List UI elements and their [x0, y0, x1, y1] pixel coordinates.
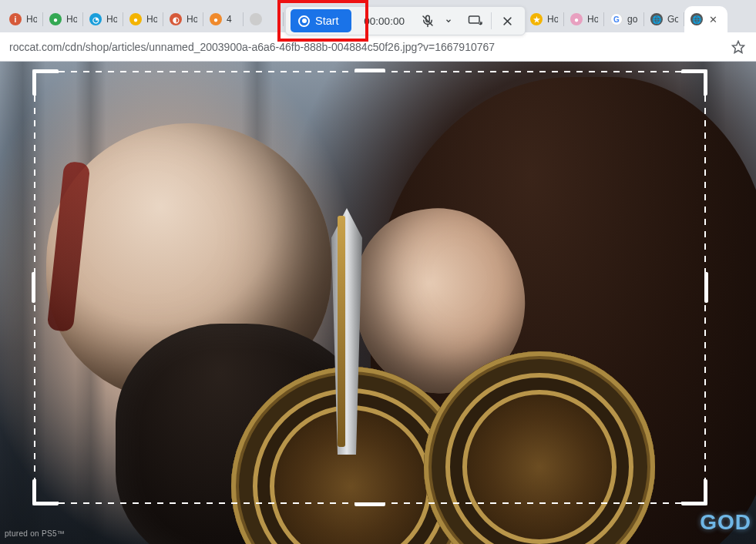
url-text[interactable]: roccat.com/cdn/shop/articles/unnamed_200…: [9, 41, 724, 53]
favicon-icon: ◐: [170, 13, 182, 25]
game-logo-text: GOD: [700, 510, 751, 535]
browser-tab-4[interactable]: ◐ Ho: [163, 6, 203, 32]
microphone-options-chevron-icon[interactable]: [438, 11, 459, 31]
browser-tab-14[interactable]: ● Ho: [564, 6, 604, 32]
browser-tab-3[interactable]: ● Ho: [123, 6, 163, 32]
sword-blade-gold-trim: [338, 216, 345, 447]
globe-icon: 🌐: [690, 13, 703, 25]
shields-group: [231, 344, 632, 544]
tab-label: Ho: [146, 14, 157, 25]
record-icon: [298, 15, 310, 27]
globe-icon: 🌐: [650, 13, 663, 25]
browser-tab-active[interactable]: 🌐 ✕: [684, 6, 727, 32]
bookmark-star-icon[interactable]: [730, 39, 747, 55]
favicon-icon: ●: [129, 13, 142, 25]
browser-tab-0[interactable]: i Ho: [3, 6, 43, 32]
toolbar-separator: [491, 12, 492, 29]
start-button-label: Start: [315, 15, 339, 27]
browser-tab-16[interactable]: 🌐 Go: [644, 6, 684, 32]
page-content-image: ptured on PS5™ GOD: [0, 62, 756, 544]
tab-label: Ho: [26, 14, 37, 25]
browser-tab-15[interactable]: G go: [604, 6, 644, 32]
tab-label: 4: [227, 14, 232, 25]
favicon-icon: [250, 13, 262, 25]
favicon-icon: ●: [570, 13, 583, 25]
tab-label: Ho: [66, 14, 77, 25]
tab-close-icon[interactable]: ✕: [709, 14, 717, 25]
browser-tab-5[interactable]: ● 4: [203, 6, 244, 32]
favicon-icon: ◔: [89, 13, 102, 25]
favicon-icon: i: [9, 13, 22, 25]
favicon-icon: ●: [210, 13, 222, 25]
svg-rect-4: [469, 16, 479, 23]
browser-tab-6[interactable]: [244, 6, 284, 32]
browser-tab-13[interactable]: ★ Ho: [524, 6, 564, 32]
favicon-icon: G: [610, 13, 623, 25]
close-recorder-icon[interactable]: [498, 11, 518, 31]
favicon-icon: ●: [49, 13, 62, 25]
screen-recorder-toolbar[interactable]: Start 00:00:00: [285, 6, 526, 35]
tab-label: Ho: [106, 14, 117, 25]
shield-right: [424, 351, 655, 544]
recording-timer: 00:00:00: [358, 15, 412, 27]
favicon-icon: ★: [530, 13, 543, 25]
microphone-muted-icon[interactable]: [418, 11, 438, 31]
tab-label: Go: [667, 14, 678, 25]
browser-tab-2[interactable]: ◔ Ho: [83, 6, 123, 32]
tab-label: Ho: [186, 14, 197, 25]
address-bar: roccat.com/cdn/shop/articles/unnamed_200…: [0, 32, 756, 62]
start-recording-button[interactable]: Start: [291, 9, 351, 32]
tab-label: Ho: [587, 14, 598, 25]
tab-label: go: [627, 14, 637, 25]
screen-share-icon[interactable]: [465, 11, 485, 31]
tab-label: Ho: [547, 14, 558, 25]
capture-watermark: ptured on PS5™: [0, 528, 69, 539]
browser-tab-1[interactable]: ● Ho: [43, 6, 83, 32]
svg-marker-0: [733, 41, 744, 52]
